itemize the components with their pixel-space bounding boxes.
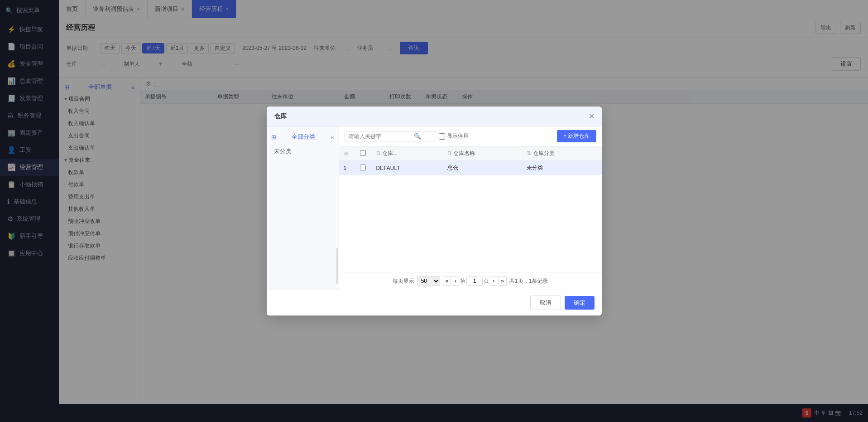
modal-footer: 取消 确定 [267,290,602,315]
cancel-button[interactable]: 取消 [530,296,561,310]
th-checkbox [355,146,372,161]
add-warehouse-button[interactable]: + 新增仓库 [557,130,596,142]
modal-close-button[interactable]: ✕ [589,112,595,121]
confirm-button[interactable]: 确定 [565,296,595,310]
next-page-button[interactable]: › [490,276,497,286]
warehouse-modal: 仓库 ✕ ⊞ 全部分类 « 未分类 [267,107,602,315]
page-input[interactable] [466,276,483,286]
sort-icon-cat: ⇅ [527,150,531,156]
page-unit: 页 [484,277,489,285]
modal-title: 仓库 [274,112,287,121]
modal-all-category[interactable]: ⊞ 全部分类 « [267,130,339,144]
modal-left-panel: ⊞ 全部分类 « 未分类 [267,126,339,290]
row-checkbox[interactable] [355,161,372,175]
show-disabled-checkbox-label[interactable]: 显示停用 [439,132,469,140]
modal-right-panel: 🔍 显示停用 + 新增仓库 ⚙ [339,126,602,290]
table-header-row: ⚙ ⇅ 仓库... ⇅ 仓库名称 ⇅ 仓库分类 [339,146,602,161]
search-icon: 🔍 [414,133,421,140]
row-code: DEFAULT [372,161,443,175]
last-page-button[interactable]: » [498,276,507,286]
modal-page-size-select[interactable]: 50 100 [417,276,440,286]
modal-collapse-icon[interactable]: « [331,134,334,141]
first-page-button[interactable]: « [443,276,451,286]
modal-toolbar: 🔍 显示停用 + 新增仓库 [339,126,602,146]
show-disabled-label: 显示停用 [447,132,469,140]
modal-pagination: 每页显示 50 100 « ‹ 第 页 › » 共1页，1条记录 [339,272,602,290]
modal-total-text: 共1页，1条记录 [509,277,548,285]
th-settings: ⚙ [339,146,355,161]
th-select-all[interactable] [360,150,366,156]
th-name: ⇅ 仓库名称 [443,146,522,161]
modal-body: ⊞ 全部分类 « 未分类 🔍 [267,126,602,290]
show-disabled-checkbox[interactable] [439,133,445,140]
sort-icon: ⇅ [376,150,381,156]
row-num: 1 [339,161,355,175]
category-grid-icon: ⊞ [271,134,276,141]
modal-left-item-unclassified[interactable]: 未分类 [267,144,339,159]
modal-per-page-label: 每页显示 [393,277,414,285]
th-category: ⇅ 仓库分类 [522,146,601,161]
modal-header: 仓库 ✕ [267,107,602,126]
prev-page-button[interactable]: ‹ [452,276,459,286]
modal-page-nav: « ‹ 第 页 › » [443,276,507,286]
table-row[interactable]: 1 DEFAULT 总仓 未分类 [339,161,602,175]
search-box: 🔍 [345,131,435,141]
modal-left-scrollbar [336,248,338,284]
th-settings-icon[interactable]: ⚙ [344,150,349,157]
all-category-label: 全部分类 [292,133,315,141]
modal-overlay[interactable]: 仓库 ✕ ⊞ 全部分类 « 未分类 [0,0,868,422]
row-name: 总仓 [443,161,522,175]
sort-icon-name: ⇅ [447,150,452,156]
search-input[interactable] [349,133,412,140]
th-code: ⇅ 仓库... [372,146,443,161]
modal-table: ⚙ ⇅ 仓库... ⇅ 仓库名称 ⇅ 仓库分类 1 DEFAULT 总仓 未分类 [339,146,602,272]
page-label: 第 [460,277,465,285]
row-category: 未分类 [522,161,601,175]
